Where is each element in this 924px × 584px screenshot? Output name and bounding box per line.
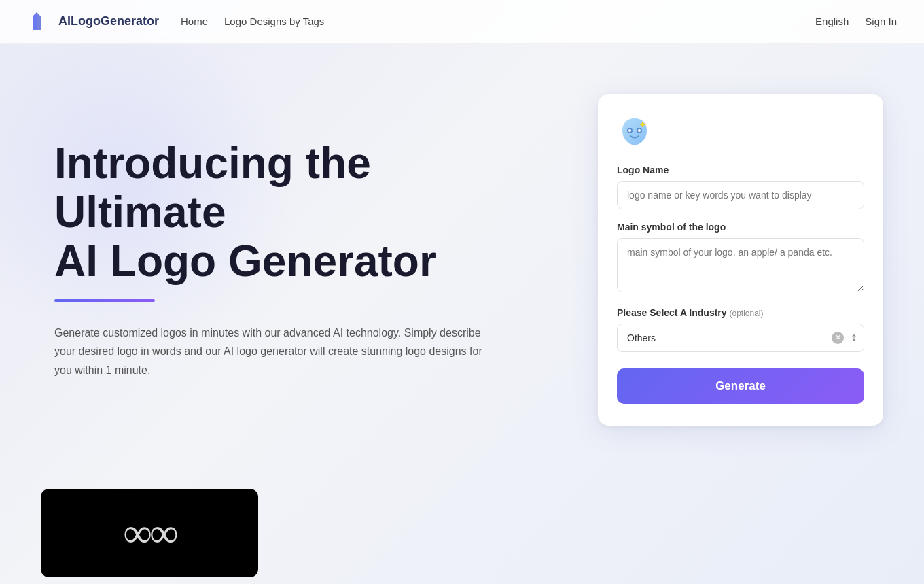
logo-name-input[interactable] <box>617 181 864 209</box>
sample-logo-display: ∞∞ <box>123 510 176 557</box>
svg-point-3 <box>638 129 641 132</box>
navbar-left: AILogoGenerator Home Logo Designs by Tag… <box>27 10 324 34</box>
sample-logo-card: ∞∞ <box>41 489 258 577</box>
svg-point-2 <box>628 129 631 132</box>
optional-text: (optional) <box>729 309 763 318</box>
hero-title-line3: AI Logo Generator <box>54 237 436 286</box>
industry-select-wrapper: Others Technology Food & Beverage Health… <box>617 324 864 352</box>
nav-links: Home Logo Designs by Tags <box>181 16 324 27</box>
generate-button[interactable]: Generate <box>617 368 864 404</box>
hero-title-line1: Introducing the <box>54 139 371 188</box>
industry-label: Please Select A Industry (optional) <box>617 307 864 318</box>
hero-right: Logo Name Main symbol of the logo Please… <box>598 94 883 426</box>
hero-title: Introducing the Ultimate AI Logo Generat… <box>54 139 530 286</box>
symbol-label: Main symbol of the logo <box>617 222 864 233</box>
nav-home[interactable]: Home <box>181 16 208 27</box>
hero-underline <box>54 299 155 302</box>
navbar-right: English Sign In <box>815 16 897 27</box>
hero-left: Introducing the Ultimate AI Logo Generat… <box>54 139 530 379</box>
brand-logo[interactable]: AILogoGenerator <box>27 10 159 34</box>
hero-title-line2: Ultimate <box>54 188 226 237</box>
language-button[interactable]: English <box>815 16 849 27</box>
form-card: Logo Name Main symbol of the logo Please… <box>598 94 883 426</box>
brand-name: AILogoGenerator <box>58 14 159 29</box>
logo-icon <box>27 10 52 34</box>
logo-name-label: Logo Name <box>617 165 864 175</box>
symbol-textarea[interactable] <box>617 238 864 292</box>
bottom-section: ∞∞ <box>0 489 924 584</box>
hero-section: Introducing the Ultimate AI Logo Generat… <box>0 44 924 489</box>
select-clear-button[interactable]: ✕ <box>832 332 844 344</box>
nav-logo-designs[interactable]: Logo Designs by Tags <box>224 16 324 27</box>
navbar: AILogoGenerator Home Logo Designs by Tag… <box>0 0 924 44</box>
signin-button[interactable]: Sign In <box>865 16 897 27</box>
bot-icon <box>617 116 652 151</box>
hero-description: Generate customized logos in minutes wit… <box>54 324 489 379</box>
industry-select[interactable]: Others Technology Food & Beverage Health… <box>617 324 864 352</box>
